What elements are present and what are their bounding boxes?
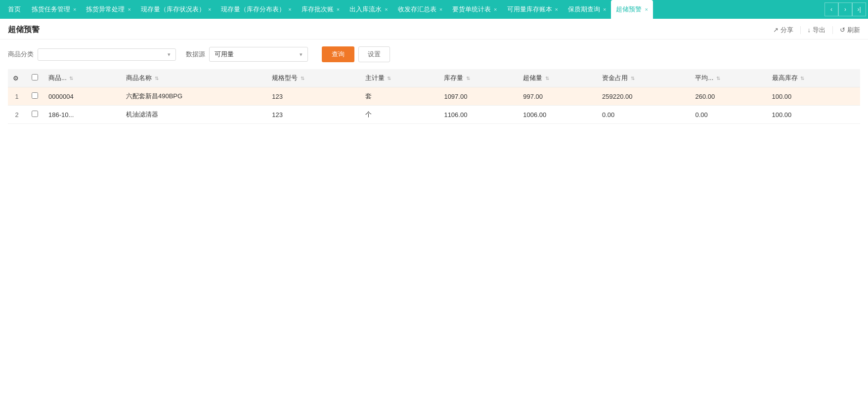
row-capital-1: 0.00 bbox=[597, 106, 690, 124]
close-tab-xianzun1[interactable]: × bbox=[208, 6, 211, 12]
nav-next-button[interactable]: › bbox=[838, 2, 852, 16]
datasource-select[interactable]: 可用量 ▾ bbox=[209, 47, 308, 62]
tab-keyongliang[interactable]: 可用量库存账本 × bbox=[502, 0, 563, 19]
refresh-icon: ↺ bbox=[840, 26, 845, 34]
gear-icon: ⚙ bbox=[13, 75, 19, 82]
nav-prev-button[interactable]: ‹ bbox=[825, 2, 838, 16]
nav-end-button[interactable]: ›| bbox=[852, 2, 866, 16]
close-tab-baozhi[interactable]: × bbox=[603, 6, 606, 12]
close-tab-chaochujing[interactable]: × bbox=[645, 6, 648, 12]
datasource-value: 可用量 bbox=[215, 50, 234, 59]
row-stock-0: 1097.00 bbox=[439, 87, 518, 106]
category-select[interactable]: ▾ bbox=[38, 48, 176, 61]
row-select-checkbox-0[interactable] bbox=[32, 92, 38, 99]
tab-chaochujing[interactable]: 超储预警 × bbox=[611, 0, 652, 19]
col-header-over[interactable]: 超储量 ⇅ bbox=[518, 69, 597, 87]
sort-over-icon: ⇅ bbox=[545, 76, 549, 81]
filter-bar: 商品分类 ▾ 数据源 可用量 ▾ 查询 设置 bbox=[0, 40, 868, 69]
tab-xianzun2[interactable]: 现存量（库存分布表） × bbox=[216, 0, 296, 19]
col-header-avg[interactable]: 平均... ⇅ bbox=[690, 69, 767, 87]
row-name-1: 机油滤清器 bbox=[121, 106, 267, 124]
tab-yaohuodan[interactable]: 要货单统计表 × bbox=[447, 0, 502, 19]
divider-2 bbox=[832, 26, 833, 34]
col-header-maxstock[interactable]: 最高库存 ⇅ bbox=[767, 69, 860, 87]
export-icon: ↓ bbox=[808, 26, 811, 34]
close-tab-liushui[interactable]: × bbox=[385, 6, 388, 12]
row-checkbox-0[interactable] bbox=[26, 87, 43, 106]
nav-home[interactable]: 首页 bbox=[2, 5, 27, 14]
tab-yichang[interactable]: 拣货异常处理 × bbox=[81, 0, 135, 19]
row-avg-0: 260.00 bbox=[690, 87, 767, 106]
close-tab-chaohuo[interactable]: × bbox=[73, 6, 76, 12]
select-all-checkbox[interactable] bbox=[32, 74, 38, 80]
col-header-unit[interactable]: 主计量 ⇅ bbox=[360, 69, 439, 87]
tab-huizong[interactable]: 收发存汇总表 × bbox=[393, 0, 447, 19]
table-row: 1 0000004 六配套新昌490BPG 123 套 1097.00 997.… bbox=[8, 87, 860, 106]
filter-datasource: 数据源 可用量 ▾ bbox=[186, 47, 308, 62]
sort-maxstock-icon: ⇅ bbox=[800, 76, 804, 81]
sort-spec-icon: ⇅ bbox=[301, 76, 304, 81]
tab-chaohuo[interactable]: 拣货任务管理 × bbox=[27, 0, 81, 19]
header-actions: ↗ 分享 ↓ 导出 ↺ 刷新 bbox=[773, 26, 861, 35]
row-maxstock-0: 100.00 bbox=[767, 87, 860, 106]
close-tab-yaohuodan[interactable]: × bbox=[494, 6, 497, 12]
datasource-label: 数据源 bbox=[186, 50, 205, 59]
row-code-1: 186-10... bbox=[43, 106, 121, 124]
sort-capital-icon: ⇅ bbox=[631, 76, 635, 81]
col-gear[interactable]: ⚙ bbox=[8, 69, 26, 87]
row-name-0: 六配套新昌490BPG bbox=[121, 87, 267, 106]
category-label: 商品分类 bbox=[8, 50, 34, 59]
table-header-row: ⚙ 商品... ⇅ 商品名称 ⇅ 规格型号 ⇅ 主计量 bbox=[8, 69, 860, 87]
col-select-all[interactable] bbox=[26, 69, 43, 87]
row-checkbox-1[interactable] bbox=[26, 106, 43, 124]
tab-liushui[interactable]: 出入库流水 × bbox=[345, 0, 392, 19]
close-tab-yichang[interactable]: × bbox=[128, 6, 130, 12]
row-spec-1: 123 bbox=[267, 106, 360, 124]
nav-arrows: ‹ › ›| bbox=[825, 2, 866, 16]
col-header-stock[interactable]: 库存量 ⇅ bbox=[439, 69, 518, 87]
export-label: 导出 bbox=[813, 26, 825, 35]
row-capital-0: 259220.00 bbox=[597, 87, 690, 106]
share-label: 分享 bbox=[781, 26, 793, 35]
row-over-0: 997.00 bbox=[518, 87, 597, 106]
tab-xianzun1[interactable]: 现存量（库存状况表） × bbox=[136, 0, 216, 19]
share-icon: ↗ bbox=[773, 26, 779, 34]
share-action[interactable]: ↗ 分享 bbox=[773, 26, 793, 35]
page-header: 超储预警 ↗ 分享 ↓ 导出 ↺ 刷新 bbox=[0, 19, 868, 40]
row-spec-0: 123 bbox=[267, 87, 360, 106]
close-tab-keyongliang[interactable]: × bbox=[555, 6, 558, 12]
col-header-capital[interactable]: 资金占用 ⇅ bbox=[597, 69, 690, 87]
top-nav: 首页 拣货任务管理 × 拣货异常处理 × 现存量（库存状况表） × 现存量（库存… bbox=[0, 0, 868, 19]
refresh-label: 刷新 bbox=[847, 26, 860, 35]
row-select-checkbox-1[interactable] bbox=[32, 111, 38, 117]
divider-1 bbox=[800, 26, 801, 34]
row-num-1: 2 bbox=[8, 106, 26, 124]
sort-unit-icon: ⇅ bbox=[387, 76, 391, 81]
tab-pici[interactable]: 库存批次账 × bbox=[297, 0, 345, 19]
page-title: 超储预警 bbox=[8, 25, 40, 35]
datasource-dropdown-icon: ▾ bbox=[300, 51, 303, 58]
table-container: ⚙ 商品... ⇅ 商品名称 ⇅ 规格型号 ⇅ 主计量 bbox=[0, 69, 868, 124]
row-over-1: 1006.00 bbox=[518, 106, 597, 124]
sort-code-icon: ⇅ bbox=[69, 76, 73, 81]
export-action[interactable]: ↓ 导出 bbox=[808, 26, 826, 35]
query-button[interactable]: 查询 bbox=[322, 46, 354, 62]
col-header-spec[interactable]: 规格型号 ⇅ bbox=[267, 69, 360, 87]
category-dropdown-icon: ▾ bbox=[168, 51, 171, 58]
col-header-name[interactable]: 商品名称 ⇅ bbox=[121, 69, 267, 87]
close-tab-huizong[interactable]: × bbox=[439, 6, 442, 12]
row-stock-1: 1106.00 bbox=[439, 106, 518, 124]
main-table: ⚙ 商品... ⇅ 商品名称 ⇅ 规格型号 ⇅ 主计量 bbox=[8, 69, 860, 124]
close-tab-pici[interactable]: × bbox=[337, 6, 340, 12]
sort-stock-icon: ⇅ bbox=[466, 76, 470, 81]
sort-avg-icon: ⇅ bbox=[716, 76, 720, 81]
sort-name-icon: ⇅ bbox=[155, 76, 159, 81]
close-tab-xianzun2[interactable]: × bbox=[288, 6, 291, 12]
row-maxstock-1: 100.00 bbox=[767, 106, 860, 124]
refresh-action[interactable]: ↺ 刷新 bbox=[840, 26, 860, 35]
settings-button[interactable]: 设置 bbox=[358, 46, 390, 62]
table-row: 2 186-10... 机油滤清器 123 个 1106.00 1006.00 … bbox=[8, 106, 860, 124]
row-avg-1: 0.00 bbox=[690, 106, 767, 124]
col-header-code[interactable]: 商品... ⇅ bbox=[43, 69, 121, 87]
tab-baozhi[interactable]: 保质期查询 × bbox=[563, 0, 611, 19]
